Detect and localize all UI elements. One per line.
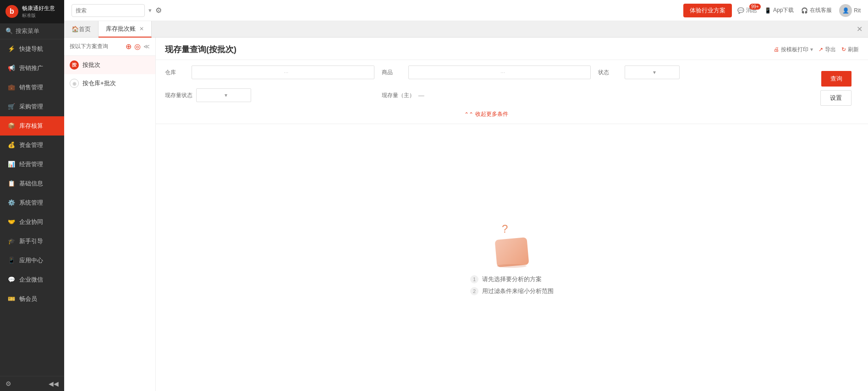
search-menu-item[interactable]: 🔍 搜索菜单	[0, 23, 64, 39]
member-icon: 🎫	[7, 295, 16, 303]
export-label: 导出	[825, 46, 836, 54]
header-gear-icon[interactable]: ⚙	[155, 6, 162, 15]
print-btn[interactable]: 🖨 按模板打印 ▾	[774, 46, 813, 54]
top-header: ▾ ⚙ 体验行业方案 💬 消息 99+ 📱 App下载 🎧 在线客服 👤 Rit	[64, 0, 868, 21]
status-dropdown[interactable]: ▾	[625, 65, 680, 79]
header-search-area: ▾ ⚙	[71, 4, 678, 17]
refresh-icon: ↻	[841, 46, 846, 53]
sidebar-item-appstore[interactable]: 📱 应用中心	[0, 251, 64, 270]
goods-input[interactable]: ···	[408, 65, 591, 79]
operations-icon: 📊	[7, 160, 16, 168]
sales-icon: 💼	[7, 83, 16, 92]
status-label: 状态	[598, 69, 621, 76]
empty-question-mark: ?	[502, 223, 508, 235]
message-action[interactable]: 💬 消息 99+	[737, 6, 757, 14]
sidebar: b 畅康通好生意 标准版 🔍 搜索菜单 ⚡ 快捷导航 📢 营销推广 💼 销售管理…	[0, 0, 64, 391]
sidebar-item-finance[interactable]: 💰 资金管理	[0, 136, 64, 155]
add-scheme-icon[interactable]: ⊕	[126, 42, 132, 51]
collapse-label: 收起更多条件	[475, 110, 508, 118]
collapse-conditions-btn[interactable]: ⌃⌃ 收起更多条件	[165, 107, 808, 118]
scheme-by-warehouse-batch[interactable]: ◉ 按仓库+批次	[64, 74, 155, 92]
header-chevron-icon[interactable]: ▾	[148, 7, 152, 14]
main-area: ▾ ⚙ 体验行业方案 💬 消息 99+ 📱 App下载 🎧 在线客服 👤 Rit	[64, 0, 868, 391]
online-support-label: 在线客服	[810, 6, 832, 14]
empty-state: ? 1 请先选择要分析的方案 2 用过滤条件来缩小分析范围	[156, 124, 868, 391]
export-icon: ↗	[819, 46, 823, 53]
warehouse-dots-icon[interactable]: ···	[284, 69, 370, 76]
sidebar-label-member: 畅会员	[19, 295, 37, 303]
title-actions: 🖨 按模板打印 ▾ ↗ 导出 ↻ 刷新	[774, 46, 859, 54]
sidebar-item-newbie[interactable]: 🎓 新手引导	[0, 232, 64, 251]
sidebar-settings-icon[interactable]: ⚙	[5, 380, 11, 387]
marketing-icon: 📢	[7, 64, 16, 72]
page-title: 现存量查询(按批次)	[165, 44, 236, 55]
header-search-input[interactable]	[71, 4, 145, 17]
newbie-icon: 🎓	[7, 237, 16, 245]
sidebar-item-basics[interactable]: 📋 基础信息	[0, 174, 64, 193]
refresh-btn[interactable]: ↻ 刷新	[841, 46, 859, 54]
message-icon: 💬	[737, 7, 744, 14]
tab-home[interactable]: 🏠 首页	[64, 21, 99, 38]
tab-inventory-batch[interactable]: 库存批次账 ✕	[99, 21, 152, 38]
app-version: 标准版	[22, 12, 55, 19]
settings-scheme-icon[interactable]: ◎	[134, 42, 141, 51]
sidebar-item-sales[interactable]: 💼 销售管理	[0, 78, 64, 97]
sidebar-item-enterprise[interactable]: 🤝 企业协同	[0, 212, 64, 232]
online-support-action[interactable]: 🎧 在线客服	[801, 6, 832, 14]
print-icon: 🖨	[774, 46, 779, 53]
scheme-by-batch[interactable]: 按 按批次	[64, 56, 155, 74]
sidebar-header: b 畅康通好生意 标准版	[0, 0, 64, 23]
sidebar-label-marketing: 营销推广	[19, 64, 43, 72]
filter-area: 仓库 ··· 商品 ···	[156, 60, 868, 124]
export-btn[interactable]: ↗ 导出	[819, 46, 836, 54]
warehouse-input[interactable]: ···	[192, 65, 374, 79]
collapse-panel-icon[interactable]: ≪	[143, 43, 150, 50]
sidebar-item-quicknav[interactable]: ⚡ 快捷导航	[0, 39, 64, 59]
set-button[interactable]: 设置	[820, 90, 852, 106]
sidebar-label-quicknav: 快捷导航	[19, 45, 43, 53]
sidebar-item-inventory[interactable]: 📦 库存核算	[0, 116, 64, 136]
sidebar-label-enterprise: 企业协同	[19, 218, 43, 226]
sidebar-item-member[interactable]: 🎫 畅会员	[0, 289, 64, 309]
warehouse-label: 仓库	[165, 69, 188, 76]
print-chevron-icon[interactable]: ▾	[810, 46, 813, 53]
print-label: 按模板打印	[781, 46, 808, 54]
sidebar-item-purchase[interactable]: 🛒 采购管理	[0, 97, 64, 116]
empty-box	[495, 237, 529, 267]
sidebar-item-marketing[interactable]: 📢 营销推广	[0, 59, 64, 78]
query-button[interactable]: 查询	[821, 71, 852, 87]
sidebar-label-appstore: 应用中心	[19, 256, 43, 265]
tab-close-icon[interactable]: ✕	[139, 26, 144, 32]
user-profile[interactable]: 👤 Rit	[839, 4, 861, 17]
basics-icon: 📋	[7, 179, 16, 188]
sidebar-item-system[interactable]: ⚙️ 系统管理	[0, 193, 64, 212]
sidebar-label-system: 系统管理	[19, 199, 43, 207]
stock-qty-filter: 现存量（主） —	[382, 92, 591, 99]
finance-icon: 💰	[7, 141, 16, 149]
filter-row-2: 现存量状态 ▾ 现存量（主） —	[165, 88, 808, 102]
left-panel-title: 按以下方案查询	[70, 43, 108, 50]
stock-status-dropdown[interactable]: ▾	[196, 88, 251, 102]
app-download-action[interactable]: 📱 App下载	[764, 6, 794, 14]
goods-dots-icon[interactable]: ···	[500, 69, 587, 76]
empty-illustration: ?	[489, 220, 535, 266]
sidebar-collapse-btn[interactable]: ◀◀	[49, 380, 59, 387]
page-title-bar: 现存量查询(按批次) 🖨 按模板打印 ▾ ↗ 导出 ↻ 刷新	[156, 38, 868, 60]
status-chevron-icon: ▾	[653, 69, 676, 76]
empty-box-shadow	[497, 264, 527, 268]
quicknav-icon: ⚡	[7, 45, 16, 53]
header-right: 💬 消息 99+ 📱 App下载 🎧 在线客服 👤 Rit	[737, 4, 861, 17]
system-icon: ⚙️	[7, 199, 16, 207]
sidebar-nav: ⚡ 快捷导航 📢 营销推广 💼 销售管理 🛒 采购管理 📦 库存核算 💰 资金管…	[0, 39, 64, 376]
sidebar-item-operations[interactable]: 📊 经营管理	[0, 155, 64, 174]
empty-hint-1: 1 请先选择要分析的方案	[470, 275, 554, 283]
user-avatar: 👤	[839, 4, 852, 17]
industry-btn[interactable]: 体验行业方案	[683, 4, 732, 17]
goods-filter-group: 商品 ···	[382, 65, 591, 79]
search-menu-label: 搜索菜单	[16, 27, 39, 35]
app-name: 畅康通好生意	[22, 5, 55, 12]
scheme-batch-label: 按批次	[82, 61, 100, 69]
sidebar-item-wechat[interactable]: 💬 企业微信	[0, 270, 64, 289]
goods-label: 商品	[382, 69, 405, 76]
tabs-close-all-btn[interactable]: ✕	[851, 25, 868, 33]
